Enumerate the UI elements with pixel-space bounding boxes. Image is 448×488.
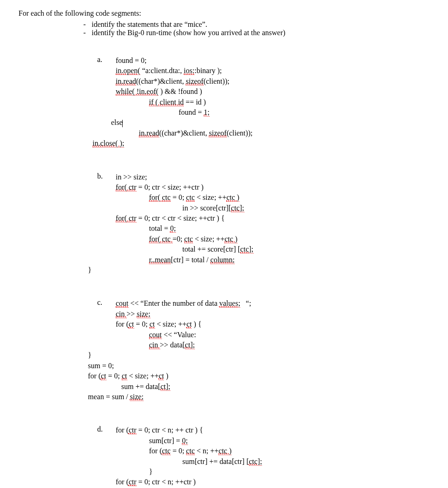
- code-span: = 0; ctr < size; ++ctr ): [137, 183, 204, 191]
- code-span: cin: [149, 341, 160, 349]
- code-span: in.read: [116, 77, 136, 86]
- code-line: found = 0;: [116, 56, 147, 64]
- code-span: for (: [88, 372, 101, 380]
- code-span: ctc ): [218, 447, 231, 455]
- code-span: < size; ++: [127, 372, 159, 380]
- code-span: for( ctr: [116, 214, 137, 222]
- code-span: << “Value:: [162, 331, 196, 339]
- bullet-item: - identify the statements that are “mice…: [83, 20, 429, 29]
- code-span: = 0;: [106, 372, 122, 380]
- segment-label-b: b.: [97, 172, 116, 266]
- segment-b: b. in >> size; for( ctr = 0; ctr < size;…: [19, 172, 429, 276]
- code-span: in.read: [139, 129, 159, 137]
- code-span: sizeof: [186, 77, 203, 86]
- code-span: cin: [116, 310, 127, 318]
- code-span: }: [149, 468, 153, 476]
- intro-text: For each of the following code segments:: [19, 9, 429, 18]
- code-span: cout: [149, 331, 162, 339]
- segment-label-d: d.: [97, 425, 116, 488]
- code-span: == id ): [184, 98, 206, 106]
- code-span: “a:client.dta:: [140, 67, 180, 74]
- code-span: [ctr] = total /: [171, 256, 210, 264]
- code-span: ) {: [192, 320, 201, 328]
- code-span: in >> size;: [116, 173, 147, 181]
- code-span: r..mean: [149, 256, 171, 264]
- code-span: for (: [116, 478, 129, 486]
- code-span: ): [164, 372, 168, 380]
- code-span: ctr: [129, 478, 137, 486]
- code-span: ) && !found ): [158, 87, 202, 95]
- code-block-d: for (ctr = 0; ctr < n; ++ ctr ) { sum[ct…: [116, 425, 308, 488]
- code-span: ctc];: [249, 457, 262, 466]
- code-span: ((char*)&client,: [159, 129, 209, 137]
- document-page: For each of the following code segments:…: [0, 0, 448, 488]
- code-span: ctc ): [226, 193, 239, 202]
- segment-c: c. cout << “Enter the number of data val…: [19, 298, 429, 402]
- code-span: ios:: [184, 67, 194, 75]
- code-span: while( !in.eof(: [116, 87, 158, 96]
- code-block-b-end: }: [88, 265, 429, 275]
- bullet-list: - identify the statements that are “mice…: [83, 20, 429, 37]
- code-span: }: [88, 266, 92, 274]
- code-span: ctr: [129, 426, 137, 434]
- code-span: :binary );: [194, 67, 222, 74]
- code-span: >> data[: [160, 341, 185, 349]
- code-span: ct: [159, 372, 164, 380]
- code-span: >>: [127, 310, 137, 318]
- code-span: ct: [187, 320, 192, 328]
- code-span: cout: [116, 299, 129, 308]
- code-span: ct: [122, 372, 127, 380]
- segment-d: d. for (ctr = 0; ctr < n; ++ ctr ) { sum…: [19, 425, 429, 488]
- code-span: total =: [149, 224, 170, 232]
- code-span: column;: [211, 256, 235, 264]
- code-span: ctc];: [240, 245, 253, 253]
- bullet-text: identify the statements that are “mice”.: [92, 20, 207, 29]
- code-span: = 0;: [171, 447, 186, 455]
- code-span: sizeof: [209, 129, 226, 137]
- code-span: ctc ): [224, 235, 237, 243]
- code-span: ctc: [162, 447, 171, 455]
- code-span: in >> score[ctr][: [182, 204, 231, 212]
- code-span: mean = sum /: [88, 393, 130, 401]
- code-span: “;: [240, 299, 251, 307]
- segment-label-a: a.: [97, 56, 116, 117]
- code-span: 1;: [204, 108, 209, 117]
- code-span: ct: [101, 372, 106, 380]
- code-span: sum[ctr] =: [149, 437, 182, 445]
- code-span: ctc: [184, 235, 193, 243]
- code-span: = 0;: [134, 320, 149, 328]
- code-span: < size; ++: [195, 193, 226, 201]
- code-span: }: [88, 351, 92, 359]
- segment-label-c: c.: [97, 298, 116, 350]
- code-span: for( ctc: [149, 235, 173, 243]
- code-span: in.close( );: [93, 139, 124, 148]
- code-span: values;: [219, 299, 240, 308]
- bullet-item: - identify the Big-0 run-time (show how …: [83, 29, 429, 37]
- code-span: size;: [130, 393, 143, 401]
- code-span: ((char*)&client,: [136, 77, 186, 85]
- code-block-a-cont: else in.read((char*)&client, sizeof(clie…: [93, 117, 429, 148]
- code-span: ct: [149, 320, 155, 328]
- code-span: < n; ++: [195, 447, 219, 455]
- text-cursor: [122, 120, 123, 127]
- code-span: size;: [137, 310, 150, 318]
- code-block-c-cont: } sum = 0; for (ct = 0; ct < size; ++ct …: [88, 350, 429, 402]
- code-span: < size; ++: [155, 320, 187, 328]
- code-span: total += score[ctr] [: [182, 245, 240, 253]
- code-span: = 0; ctr < ctr < size; ++ctr ) {: [137, 214, 225, 222]
- code-span: sum += data[: [121, 383, 161, 390]
- bullet-text: identify the Big-0 run-time (show how yo…: [92, 29, 286, 37]
- code-span: else: [111, 118, 123, 126]
- code-span: sum[ctr] += data[ctr] [: [182, 457, 249, 465]
- code-span: ctc];: [231, 204, 244, 212]
- code-span: for( ctr: [116, 183, 137, 191]
- code-span: (client));: [204, 77, 230, 85]
- code-span: ct];: [185, 341, 195, 349]
- code-span: ct: [129, 320, 134, 328]
- code-span: = 0; ctr < n; ++ctr ): [137, 478, 196, 486]
- code-span: ,: [180, 67, 184, 74]
- code-span: = 0; ctr < n; ++ ctr ) {: [137, 426, 203, 434]
- segment-a: a. found = 0; in.open( “a:client.dta:, i…: [19, 56, 429, 149]
- code-span: = 0;: [171, 193, 186, 201]
- code-span: for (: [149, 447, 162, 455]
